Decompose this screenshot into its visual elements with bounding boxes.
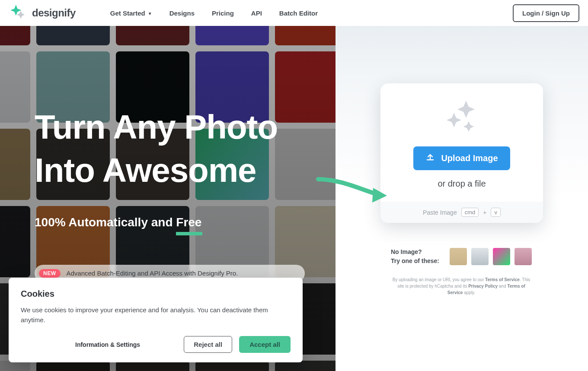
top-nav: designify Get Started ▼ Designs Pricing … (0, 0, 588, 26)
login-signup-button[interactable]: Login / Sign Up (513, 4, 579, 22)
accent-underline (176, 232, 202, 235)
legal-and: and (498, 284, 507, 289)
nav-get-started[interactable]: Get Started ▼ (110, 10, 152, 17)
logo-icon (9, 5, 27, 21)
cookie-consent-dialog: Cookies We use cookies to improve your e… (9, 278, 303, 363)
headline-line-2: Into Awesome (35, 149, 318, 192)
kbd-v: v (491, 208, 501, 217)
paste-image-label: Paste Image (423, 209, 457, 216)
nav-right: Login / Sign Up (513, 4, 579, 22)
sample-thumb-2[interactable] (471, 248, 489, 265)
nav-batch-editor[interactable]: Batch Editor (279, 10, 318, 17)
drop-file-text: or drop a file (380, 179, 543, 189)
logo[interactable]: designify (9, 5, 76, 21)
sample-thumb-1[interactable] (450, 248, 467, 265)
cookie-accept-button[interactable]: Accept all (239, 336, 291, 353)
sample-thumb-4[interactable] (514, 248, 532, 265)
new-badge: NEW (39, 269, 61, 278)
tos-link[interactable]: Terms of Service (485, 277, 520, 282)
nav-designs[interactable]: Designs (169, 10, 195, 17)
sample-images-text: No Image? Try one of these: (391, 247, 439, 266)
no-image-label: No Image? (391, 247, 439, 257)
upload-icon (425, 152, 435, 164)
hero-headline: Turn Any Photo Into Awesome (35, 106, 318, 192)
nav-links: Get Started ▼ Designs Pricing API Batch … (110, 10, 318, 17)
sample-images-row: No Image? Try one of these: (391, 247, 532, 266)
headline-line-1: Turn Any Photo (35, 106, 318, 149)
cookie-title: Cookies (21, 289, 291, 299)
nav-api[interactable]: API (251, 10, 262, 17)
privacy-link[interactable]: Privacy Policy (468, 284, 498, 289)
try-one-label: Try one of these: (391, 257, 439, 266)
chevron-down-icon: ▼ (148, 11, 152, 16)
upload-dropzone[interactable]: Upload Image or drop a file (380, 83, 543, 202)
upload-card: Upload Image or drop a file Paste Image … (380, 83, 543, 223)
hero-subhead-free: Free (176, 216, 201, 229)
sample-thumb-3[interactable] (493, 248, 510, 265)
logo-text: designify (32, 7, 76, 19)
cookie-reject-button[interactable]: Reject all (184, 336, 232, 353)
kbd-cmd: cmd (461, 208, 479, 217)
hero-free-text: Free (176, 216, 201, 229)
legal-pre: By uploading an image or URL you agree t… (393, 277, 485, 282)
paste-hint: Paste Image cmd + v (380, 202, 543, 223)
legal-end: apply. (463, 290, 475, 295)
hero-subhead-prefix: 100% Automatically and (35, 216, 176, 229)
upload-button-label: Upload Image (441, 153, 498, 163)
upload-panel: Upload Image or drop a file Paste Image … (336, 26, 588, 371)
sparkle-icon (444, 127, 480, 135)
nav-pricing[interactable]: Pricing (212, 10, 234, 17)
legal-text: By uploading an image or URL you agree t… (391, 276, 532, 296)
cookie-info-settings-link[interactable]: Information & Settings (75, 341, 140, 348)
kbd-plus: + (483, 209, 486, 216)
nav-get-started-label: Get Started (110, 10, 145, 17)
upload-image-button[interactable]: Upload Image (413, 146, 510, 170)
sample-thumbs (450, 248, 532, 265)
cookie-body: We use cookies to improve your experienc… (21, 305, 291, 325)
pro-banner-text: Advanced Batch-Editing and API Access wi… (67, 270, 238, 277)
arrow-icon (316, 176, 390, 206)
